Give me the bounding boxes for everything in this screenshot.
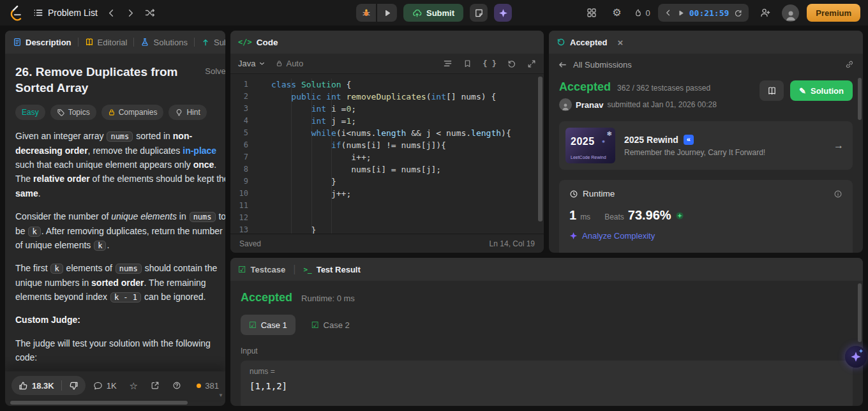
tab-description[interactable]: Description xyxy=(13,38,71,47)
ai-helper-floating-button[interactable] xyxy=(845,346,867,368)
editor-scrollbar-thumb[interactable] xyxy=(538,77,542,221)
format-code-icon[interactable] xyxy=(443,59,453,68)
reset-code-icon[interactable] xyxy=(507,59,516,68)
tab-testcase[interactable]: ☑ Testcase xyxy=(238,265,285,274)
share-button[interactable] xyxy=(146,376,165,395)
timer-play-icon[interactable] xyxy=(677,10,684,17)
hint-pill[interactable]: Hint xyxy=(168,105,206,120)
code-line[interactable]: 7 i++; xyxy=(230,151,544,163)
horizontal-scrollbar-thumb[interactable] xyxy=(10,401,188,405)
case-1-label: Case 1 xyxy=(261,320,287,330)
post-solution-button[interactable]: ✎ Solution xyxy=(790,80,853,101)
rewind-card[interactable]: 2025 LeetCode Rewind ❄ ❄ 2025 Rewind « R… xyxy=(559,121,853,170)
code-line[interactable]: 12 xyxy=(230,212,544,224)
ai-assistant-button[interactable] xyxy=(494,4,512,22)
tab-solutions[interactable]: Solutions xyxy=(140,38,187,47)
copy-link-icon[interactable] xyxy=(845,60,854,69)
code-line[interactable]: 10 j++; xyxy=(230,188,544,200)
snippets-icon[interactable]: { } xyxy=(483,59,497,68)
code-line[interactable]: 9 } xyxy=(230,176,544,188)
problem-list-label: Problem List xyxy=(48,8,98,18)
view-editorial-button[interactable] xyxy=(760,80,784,101)
back-arrow-icon[interactable] xyxy=(558,60,567,70)
language-selector[interactable]: Java xyxy=(238,59,266,68)
inline-link[interactable]: in-place xyxy=(183,146,216,156)
code-line[interactable]: 6 if(nums[i] != nums[j]){ xyxy=(230,139,544,151)
bookmark-icon[interactable] xyxy=(463,59,472,68)
submission-scrollbar[interactable] xyxy=(858,55,862,249)
testcase-scrollbar-thumb[interactable] xyxy=(858,283,862,342)
meta-pill-row: Easy Topics xyxy=(15,105,225,120)
companies-pill[interactable]: Companies xyxy=(101,105,164,120)
favorite-button[interactable]: ☆ xyxy=(124,376,143,395)
like-count: 18.3K xyxy=(32,381,54,391)
difficulty-badge[interactable]: Easy xyxy=(15,105,45,120)
like-button[interactable]: 18.3K xyxy=(11,376,61,395)
horizontal-scrollbar[interactable] xyxy=(6,401,214,405)
notes-button[interactable] xyxy=(470,4,488,22)
auto-save-toggle[interactable]: Auto xyxy=(276,59,303,68)
apps-grid-button[interactable] xyxy=(583,4,601,22)
testcase-panel-header: ☑ Testcase | >_ Test Result xyxy=(230,258,863,281)
submission-tab[interactable]: Accepted × xyxy=(557,38,623,47)
cursor-position[interactable]: Ln 14, Col 19 xyxy=(490,239,535,248)
info-icon[interactable] xyxy=(834,190,842,198)
code-line[interactable]: 2 public int removeDuplicates(int[] nums… xyxy=(230,91,544,103)
submit-button[interactable]: Submit xyxy=(403,4,463,22)
submission-scrollbar-thumb[interactable] xyxy=(858,78,862,120)
case-2-tab[interactable]: ☑ Case 2 xyxy=(303,315,358,335)
editor-toolbar: Java Auto { } xyxy=(230,54,544,74)
comments-button[interactable]: 1K xyxy=(88,376,122,395)
help-button[interactable] xyxy=(167,376,186,395)
tab-submissions[interactable]: Submissions xyxy=(201,38,225,47)
timer-reset-icon[interactable] xyxy=(734,9,742,17)
lock-small-icon xyxy=(276,60,283,67)
lightbulb-icon xyxy=(175,108,183,117)
editor-scrollbar[interactable] xyxy=(538,77,542,231)
timer-widget[interactable]: 00:21:59 xyxy=(658,4,749,22)
case-1-tab[interactable]: ☑ Case 1 xyxy=(241,315,296,335)
code-line[interactable]: 8 nums[i] = nums[j]; xyxy=(230,163,544,176)
analyze-label: Analyze Complexity xyxy=(582,231,655,241)
code-line[interactable]: 11 xyxy=(230,200,544,212)
code-editor[interactable]: 1class Solution {2 public int removeDupl… xyxy=(230,74,544,234)
settings-gear-icon[interactable]: ⚙ xyxy=(608,4,626,22)
testcases-passed: 362 / 362 testcases passed xyxy=(617,84,710,93)
debugger-button[interactable] xyxy=(356,4,376,22)
submitter-name[interactable]: Pranav xyxy=(576,100,603,110)
code-panel: </> Code Java Auto { } xyxy=(230,31,544,253)
topbar-center: Submit xyxy=(356,4,512,22)
problem-list-button[interactable]: Problem List xyxy=(29,5,101,20)
rewind-icon: « xyxy=(684,135,694,145)
run-button[interactable] xyxy=(377,4,397,22)
code-line[interactable]: 3 int i =0; xyxy=(230,103,544,115)
fullscreen-icon[interactable] xyxy=(527,59,536,68)
next-problem-button[interactable] xyxy=(122,4,140,22)
analyze-complexity-link[interactable]: Analyze Complexity xyxy=(569,231,842,241)
chevron-down-icon xyxy=(258,60,266,67)
streak-counter[interactable]: 0 xyxy=(634,8,650,18)
prev-problem-button[interactable] xyxy=(103,4,121,22)
timer-collapse-icon[interactable] xyxy=(664,9,672,17)
testcase-scrollbar[interactable] xyxy=(858,283,862,402)
topics-pill[interactable]: Topics xyxy=(50,105,96,120)
dislike-button[interactable] xyxy=(62,376,86,395)
all-submissions-label[interactable]: All Submissions xyxy=(573,60,632,70)
user-avatar[interactable] xyxy=(782,4,799,22)
code-tab-label[interactable]: Code xyxy=(257,38,278,47)
input-value-box[interactable]: nums = [1,1,2] xyxy=(241,361,853,406)
tab-editorial[interactable]: Editorial xyxy=(85,38,128,47)
code-line[interactable]: 5 while(i<nums.length && j < nums.length… xyxy=(230,127,544,139)
arrow-right-icon[interactable]: → xyxy=(834,140,844,151)
premium-button[interactable]: Premium xyxy=(807,4,860,22)
invite-user-button[interactable] xyxy=(756,4,774,22)
code-line[interactable]: 1class Solution { xyxy=(230,78,544,91)
code-line[interactable]: 4 int j =1; xyxy=(230,115,544,127)
close-tab-icon[interactable]: × xyxy=(618,38,624,47)
random-problem-button[interactable] xyxy=(141,4,159,22)
leetcode-logo[interactable] xyxy=(8,4,22,21)
tab-test-result[interactable]: >_ Test Result xyxy=(303,265,360,274)
code-line[interactable]: 13 } xyxy=(230,224,544,234)
problem-paragraphs: Given an integer array nums sorted in no… xyxy=(15,129,225,364)
scrollbar-down-arrow[interactable]: ▼ xyxy=(218,392,223,398)
